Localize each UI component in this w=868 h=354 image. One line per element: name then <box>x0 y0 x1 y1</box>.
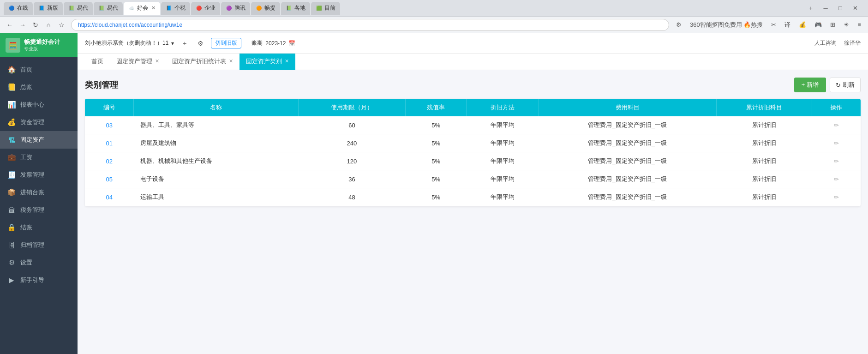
cell-edit[interactable]: ✏ <box>812 152 861 170</box>
sidebar-item-guide[interactable]: ▶新手引导 <box>0 271 78 289</box>
tab-favicon: 📘 <box>166 5 172 12</box>
logo-subtitle: 专业版 <box>24 46 60 52</box>
sidebar-item-fixed[interactable]: 🏗固定资产 <box>0 131 78 149</box>
sidebar-item-reports[interactable]: 📊报表中心 <box>0 96 78 114</box>
tab-label: 个税 <box>174 4 186 12</box>
sidebar-item-payroll[interactable]: 💼工资 <box>0 149 78 166</box>
cell-accumulated: 累计折旧 <box>716 134 812 152</box>
col-header-0: 编号 <box>85 99 134 116</box>
page-tab-tab_mgmt[interactable]: 固定资产管理✕ <box>110 54 166 70</box>
cell-edit[interactable]: ✏ <box>812 170 861 188</box>
browser-tab-t4[interactable]: 📗易代 <box>94 2 123 15</box>
sidebar-label-ledger: 总账 <box>20 83 32 91</box>
wallet-icon[interactable]: 💰 <box>796 20 808 29</box>
cell-name: 电子设备 <box>134 170 299 188</box>
cut-icon[interactable]: ✂ <box>769 20 778 29</box>
game-icon[interactable]: 🎮 <box>812 20 824 29</box>
table-header: 编号名称使用期限（月）残值率折旧方法费用科目累计折旧科目操作 <box>85 99 861 116</box>
extensions-icon[interactable]: ⚙ <box>674 20 684 29</box>
address-input[interactable] <box>71 19 669 31</box>
home-nav-btn[interactable]: ⌂ <box>43 20 54 30</box>
sidebar-item-funds[interactable]: 💰资金管理 <box>0 114 78 131</box>
cell-edit[interactable]: ✏ <box>812 134 861 152</box>
edit-icon[interactable]: ✏ <box>834 176 839 183</box>
col-header-2: 使用期限（月） <box>298 99 406 116</box>
tab-favicon: 📗 <box>68 5 75 12</box>
cell-edit[interactable]: ✏ <box>812 116 861 134</box>
edit-icon[interactable]: ✏ <box>834 194 839 201</box>
new-tab-btn[interactable]: + <box>805 3 816 14</box>
add-company-btn[interactable]: + <box>180 38 190 48</box>
back-btn[interactable]: ← <box>5 20 15 30</box>
switch-version-btn[interactable]: 切到旧版 <box>211 38 241 48</box>
page-tab-tab_depreciation[interactable]: 固定资产折旧统计表✕ <box>166 54 239 70</box>
edit-icon[interactable]: ✏ <box>834 122 839 129</box>
tab-favicon: 🔵 <box>8 5 15 12</box>
page-tab-close-icon[interactable]: ✕ <box>155 58 159 64</box>
edit-icon[interactable]: ✏ <box>834 158 839 165</box>
tab-close-icon[interactable]: ✕ <box>151 5 156 11</box>
sidebar: 🧮 畅捷通好会计 专业版 🏠首页📒总账📊报表中心💰资金管理🏗固定资产💼工资🧾发票… <box>0 33 78 354</box>
page-tab-tab_category[interactable]: 固定资产类别✕ <box>239 54 295 70</box>
maximize-btn[interactable]: □ <box>835 3 846 14</box>
sidebar-item-settings[interactable]: ⚙设置 <box>0 254 78 271</box>
page-tab-label: 固定资产类别 <box>246 57 282 66</box>
add-category-btn[interactable]: + 新增 <box>794 78 826 92</box>
forward-btn[interactable]: → <box>18 20 28 30</box>
browser-tab-t6[interactable]: 📘个税 <box>161 2 190 15</box>
browser-tab-t10[interactable]: 📗各地 <box>281 2 310 15</box>
sidebar-label-tax: 税务管理 <box>20 206 44 214</box>
col-header-5: 费用科目 <box>539 99 716 116</box>
browser-tab-t11[interactable]: 🟩目前 <box>311 2 340 15</box>
sidebar-item-archive[interactable]: 🗄归档管理 <box>0 236 78 254</box>
cell-residual: 5% <box>406 116 467 134</box>
refresh-nav-btn[interactable]: ↻ <box>30 20 41 30</box>
translate-icon[interactable]: 译 <box>782 20 793 30</box>
category-table: 编号名称使用期限（月）残值率折旧方法费用科目累计折旧科目操作 03器具、工具、家… <box>85 99 861 206</box>
calendar-icon[interactable]: 📅 <box>288 40 295 47</box>
logo-text-group: 畅捷通好会计 专业版 <box>24 38 60 53</box>
page-tab-tab_home[interactable]: 首页 <box>85 54 110 70</box>
dropdown-arrow[interactable]: ▾ <box>171 40 174 47</box>
address-bar-row: ← → ↻ ⌂ ☆ ⚙ 360智能抠图免费用 🔥热搜 ✂ 译 💰 🎮 ⊞ ☀ ≡ <box>0 17 868 33</box>
sidebar-item-inventory[interactable]: 📦进销台账 <box>0 184 78 201</box>
menu-icon[interactable]: ≡ <box>855 20 863 29</box>
edit-icon[interactable]: ✏ <box>834 140 839 147</box>
cell-edit[interactable]: ✏ <box>812 188 861 206</box>
browser-tab-t1[interactable]: 🔵在线 <box>4 2 33 15</box>
grid-icon[interactable]: ⊞ <box>828 20 838 29</box>
page-tab-close-icon[interactable]: ✕ <box>285 58 289 64</box>
user-avatar-label[interactable]: 徐泽华 <box>844 39 861 47</box>
sidebar-item-tax[interactable]: 🏛税务管理 <box>0 201 78 219</box>
browser-tab-t8[interactable]: 🟣腾讯 <box>221 2 250 15</box>
toolbar-icons: ⚙ 360智能抠图免费用 🔥热搜 ✂ 译 💰 🎮 ⊞ ☀ ≡ <box>674 20 863 30</box>
sidebar-item-ledger[interactable]: 📒总账 <box>0 78 78 96</box>
browser-tab-t3[interactable]: 📗易代 <box>64 2 93 15</box>
settings-btn[interactable]: ⚙ <box>195 38 205 48</box>
cell-name: 器具、工具、家具等 <box>134 116 299 134</box>
content-area: 类别管理 + 新增 ↻ 刷新 编号名称使用期限（月）残值率折旧方法费用科目累计折… <box>78 70 868 354</box>
tab-label: 在线 <box>17 4 28 12</box>
browser-tab-t5[interactable]: ☁️好会✕ <box>124 2 160 15</box>
sidebar-label-fixed: 固定资产 <box>20 136 44 144</box>
sidebar-label-invoice: 发票管理 <box>20 171 44 179</box>
sidebar-item-closing[interactable]: 🔒结账 <box>0 219 78 236</box>
minimize-btn[interactable]: ─ <box>820 3 831 14</box>
closing-icon: 🔒 <box>7 223 16 232</box>
sidebar-item-invoice[interactable]: 🧾发票管理 <box>0 166 78 184</box>
browser-tab-t7[interactable]: 🔴企业 <box>191 2 220 15</box>
theme-icon[interactable]: ☀ <box>841 20 851 29</box>
close-btn[interactable]: ✕ <box>850 3 861 14</box>
page-tab-label: 首页 <box>91 57 103 66</box>
browser-tab-t9[interactable]: 🟠畅提 <box>251 2 280 15</box>
cell-expense: 管理费用_固定资产折旧_一级 <box>539 152 716 170</box>
refresh-btn[interactable]: ↻ 刷新 <box>830 78 861 92</box>
table-body: 03器具、工具、家具等605%年限平均管理费用_固定资产折旧_一级累计折旧✏01… <box>85 116 861 206</box>
service-label[interactable]: 人工咨询 <box>814 39 837 47</box>
sidebar-item-home[interactable]: 🏠首页 <box>0 61 78 78</box>
browser-tab-t2[interactable]: 📘新版 <box>34 2 63 15</box>
tab-favicon: ☁️ <box>128 5 135 12</box>
bookmark-btn[interactable]: ☆ <box>56 20 66 30</box>
period-info: 账期 2023-12 📅 <box>251 39 295 47</box>
page-tab-close-icon[interactable]: ✕ <box>229 58 233 64</box>
